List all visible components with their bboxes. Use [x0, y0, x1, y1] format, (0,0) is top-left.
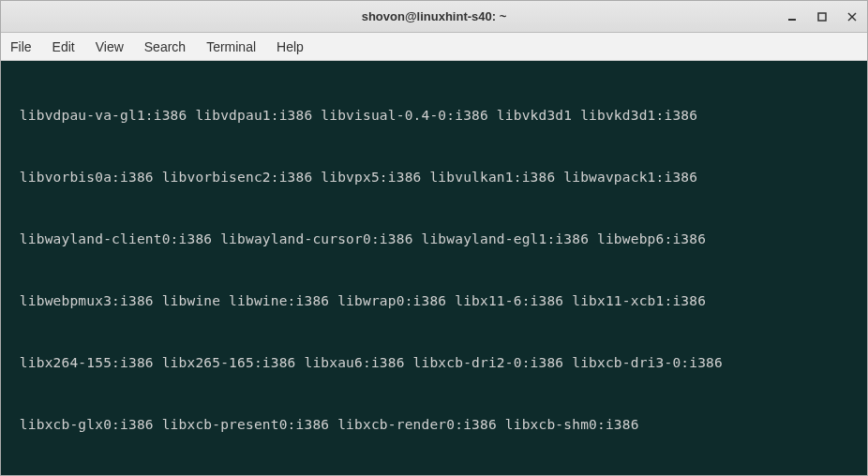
minimize-button[interactable] [783, 7, 801, 26]
terminal-line: libwayland-client0:i386 libwayland-curso… [3, 229, 865, 249]
terminal-line: libvdpau-va-gl1:i386 libvdpau1:i386 libv… [3, 105, 865, 126]
terminal-line: libxcb-glx0:i386 libxcb-present0:i386 li… [3, 414, 865, 435]
maximize-icon [817, 12, 827, 22]
maximize-button[interactable] [813, 7, 831, 26]
minimize-icon [787, 12, 797, 22]
close-button[interactable] [843, 7, 861, 26]
svg-rect-0 [788, 19, 796, 21]
menu-terminal[interactable]: Terminal [206, 39, 256, 54]
menu-search[interactable]: Search [144, 39, 186, 54]
terminal-window: shovon@linuxhint-s40: ~ File Edit View S… [0, 0, 868, 476]
terminal-line: libwebpmux3:i386 libwine libwine:i386 li… [3, 290, 865, 311]
window-controls [783, 7, 861, 26]
terminal-output[interactable]: libvdpau-va-gl1:i386 libvdpau1:i386 libv… [1, 61, 867, 475]
menu-file[interactable]: File [10, 39, 32, 54]
svg-rect-1 [818, 13, 826, 21]
terminal-line: libx264-155:i386 libx265-165:i386 libxau… [3, 352, 865, 373]
terminal-line: libvorbis0a:i386 libvorbisenc2:i386 libv… [3, 167, 865, 187]
menu-help[interactable]: Help [277, 39, 304, 54]
close-icon [847, 12, 857, 22]
window-title: shovon@linuxhint-s40: ~ [362, 9, 507, 23]
menu-view[interactable]: View [96, 39, 124, 54]
menubar: File Edit View Search Terminal Help [1, 33, 867, 61]
titlebar: shovon@linuxhint-s40: ~ [1, 1, 867, 33]
menu-edit[interactable]: Edit [52, 39, 75, 54]
